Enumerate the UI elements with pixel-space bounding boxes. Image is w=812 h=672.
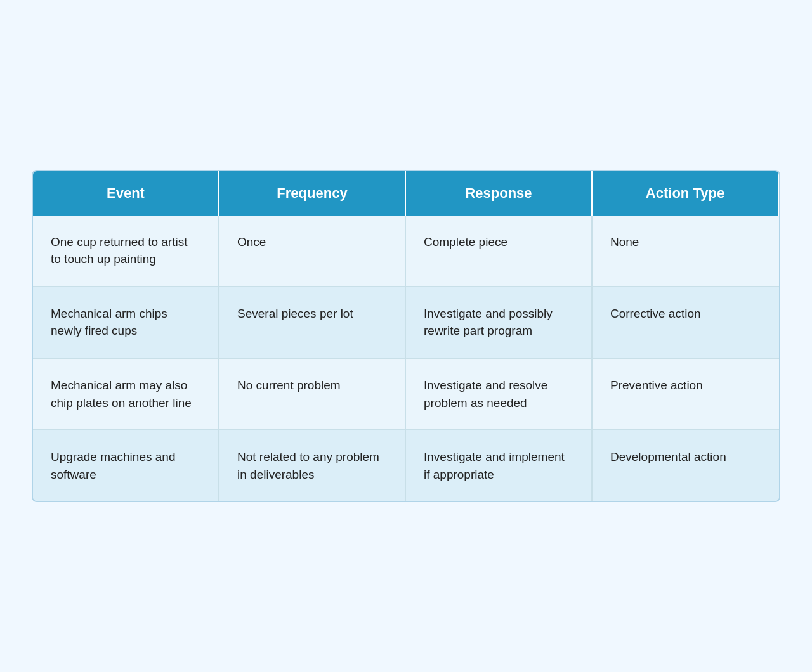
row1-event: One cup returned to artist to touch up p… [33,216,219,287]
row4-event: Upgrade machines and software [33,430,219,501]
row2-action-type: Corrective action [593,287,779,359]
row4-response: Investigate and implement if appropriate [406,430,593,501]
row2-response: Investigate and possibly rewrite part pr… [406,287,593,359]
header-frequency: Frequency [219,171,406,216]
row3-event: Mechanical arm may also chip plates on a… [33,359,219,430]
row1-frequency: Once [219,216,406,287]
row4-frequency: Not related to any problem in deliverabl… [219,430,406,501]
row3-frequency: No current problem [219,359,406,430]
row3-action-type: Preventive action [593,359,779,430]
row4-action-type: Developmental action [593,430,779,501]
header-response: Response [406,171,593,216]
main-table: Event Frequency Response Action Type One… [32,170,780,502]
row3-response: Investigate and resolve problem as neede… [406,359,593,430]
row1-response: Complete piece [406,216,593,287]
row1-action-type: None [593,216,779,287]
row2-frequency: Several pieces per lot [219,287,406,359]
header-action-type: Action Type [593,171,779,216]
header-event: Event [33,171,219,216]
row2-event: Mechanical arm chips newly fired cups [33,287,219,359]
table-grid: Event Frequency Response Action Type One… [33,171,779,501]
